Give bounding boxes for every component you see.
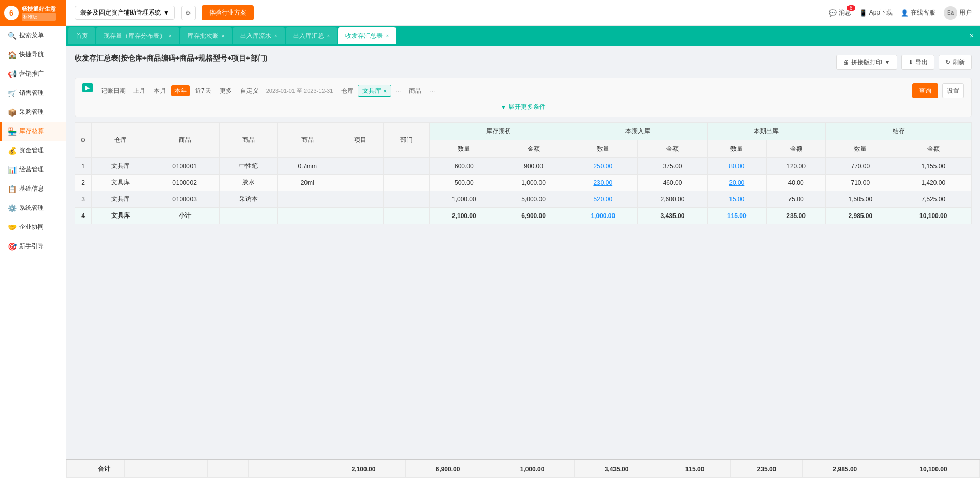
message-badge: 6 xyxy=(847,5,855,11)
footer-col5 xyxy=(249,460,285,478)
sidebar-item-sales[interactable]: 🛒 销售管理 xyxy=(0,83,66,103)
col-in-amt: 金额 xyxy=(638,140,707,158)
tab-flow-close[interactable]: × xyxy=(274,33,277,39)
sidebar-item-quick-nav[interactable]: 🏠 快捷导航 xyxy=(0,45,66,64)
sidebar-item-marketing[interactable]: 📢 营销推广 xyxy=(0,64,66,83)
custom-date-btn[interactable]: 自定义 xyxy=(237,85,262,96)
date-filter-section: 记账日期 上月 本月 本年 近7天 更多 自定义 2023-01-01 至 20… xyxy=(101,85,333,96)
tab-flow[interactable]: 出入库流水 × xyxy=(233,27,285,44)
footer-label: 合计 xyxy=(83,460,125,478)
tab-inventory-dist-close[interactable]: × xyxy=(169,33,172,39)
goods-more-btn[interactable]: ··· xyxy=(430,88,435,95)
top-header: 装备及固定资产辅助管理系统 ▼ ⚙ 体验行业方案 💬 消息 6 📱 App下载 … xyxy=(66,0,980,26)
more-date-btn[interactable]: 更多 xyxy=(216,85,235,96)
tab-batch-close[interactable]: × xyxy=(222,33,225,39)
purchase-icon: 📦 xyxy=(8,108,16,117)
message-icon: 💬 xyxy=(829,9,837,17)
col-name-header: 商品 xyxy=(220,123,278,158)
col-closing-qty: 数量 xyxy=(826,140,895,158)
sidebar-item-inventory[interactable]: 🏪 库存核算 xyxy=(0,122,66,141)
row1-closing-qty: 770.00 xyxy=(826,158,895,175)
filter-expand-button[interactable]: ▶ xyxy=(82,83,93,92)
refresh-button[interactable]: ↻ 刷新 xyxy=(939,55,972,70)
footer-col4 xyxy=(208,460,249,478)
sidebar-item-purchase[interactable]: 📦 采购管理 xyxy=(0,103,66,122)
tab-home[interactable]: 首页 xyxy=(68,27,95,44)
print-icon: 🖨 xyxy=(843,59,849,66)
expand-more-row: ▼ 展开更多条件 xyxy=(82,103,964,111)
tab-summary-label: 出入库汇总 xyxy=(293,32,324,40)
row2-out-qty[interactable]: 20.00 xyxy=(707,175,766,191)
app-label: App下载 xyxy=(869,8,893,17)
warehouse-tag-remove[interactable]: × xyxy=(383,88,387,95)
warehouse-more-btn[interactable]: ··· xyxy=(396,88,401,95)
subtotal-opening-qty: 2,100.00 xyxy=(429,208,499,224)
messages-button[interactable]: 💬 消息 6 xyxy=(829,8,851,17)
tab-recv-send-close[interactable]: × xyxy=(386,33,389,39)
subtotal-out-amt: 235.00 xyxy=(766,208,825,224)
row3-out-qty[interactable]: 15.00 xyxy=(707,191,766,208)
row1-in-qty[interactable]: 250.00 xyxy=(568,158,638,175)
row2-project xyxy=(337,175,383,191)
tab-home-label: 首页 xyxy=(76,32,88,40)
export-icon: ⬇ xyxy=(908,59,913,66)
subtotal-label: 小计 xyxy=(150,208,219,224)
tab-summary-close[interactable]: × xyxy=(327,33,330,39)
export-button[interactable]: ⬇ 导出 xyxy=(901,55,934,70)
subtotal-in-qty[interactable]: 1,000.00 xyxy=(568,208,638,224)
last-7-days-btn[interactable]: 近7天 xyxy=(192,85,214,96)
subtotal-out-qty[interactable]: 115.00 xyxy=(707,208,766,224)
filter-row: ▶ 记账日期 上月 本月 本年 近7天 更多 自定义 2023-0 xyxy=(82,83,964,98)
table-footer: 合计 2,100.00 6,900.00 1,000.00 3,435.00 1… xyxy=(66,459,980,478)
tab-inventory-dist[interactable]: 现存量（库存分布表） × xyxy=(96,27,179,44)
expand-down-icon: ▼ xyxy=(501,104,507,111)
row3-in-qty[interactable]: 520.00 xyxy=(568,191,638,208)
sidebar-item-basic[interactable]: 📋 基础信息 xyxy=(0,179,66,198)
home-icon: 🏠 xyxy=(8,51,16,59)
sidebar-item-guide[interactable]: 🎯 新手引导 xyxy=(0,237,66,256)
row1-project xyxy=(337,158,383,175)
warehouse-tag[interactable]: 文具库 × xyxy=(358,85,391,97)
sidebar-item-enterprise[interactable]: 🤝 企业协同 xyxy=(0,218,66,237)
close-all-tabs-button[interactable]: × xyxy=(966,32,978,40)
dropdown-arrow-icon: ▼ xyxy=(163,9,169,17)
tab-recv-send[interactable]: 收发存汇总表 × xyxy=(338,27,396,44)
col-settings-icon[interactable]: ⚙ xyxy=(80,137,86,144)
expand-more-conditions-btn[interactable]: ▼ 展开更多条件 xyxy=(501,103,546,111)
row1-spec: 0.7mm xyxy=(278,158,337,175)
print-dropdown-icon: ▼ xyxy=(884,59,890,66)
online-service-button[interactable]: 👤 在线客服 xyxy=(901,8,935,17)
print-button[interactable]: 🖨 拼接版打印 ▼ xyxy=(836,55,897,70)
subtotal-col4 xyxy=(278,208,337,224)
sidebar-item-finance[interactable]: 💰 资金管理 xyxy=(0,141,66,160)
row1-out-qty[interactable]: 80.00 xyxy=(707,158,766,175)
this-month-btn[interactable]: 本月 xyxy=(151,85,169,96)
this-year-btn[interactable]: 本年 xyxy=(171,85,190,96)
footer-opening-qty: 2,100.00 xyxy=(321,460,406,478)
settings-gear-button[interactable]: ⚙ xyxy=(181,6,196,20)
tab-batch[interactable]: 库存批次账 × xyxy=(180,27,232,44)
query-button[interactable]: 查询 xyxy=(912,83,938,98)
warehouse-tag-text: 文具库 xyxy=(362,86,381,95)
sidebar-item-system[interactable]: ⚙️ 系统管理 xyxy=(0,198,66,218)
goods-filter-section: 商品 ··· xyxy=(409,86,435,95)
app-download-button[interactable]: 📱 App下载 xyxy=(859,8,893,17)
row3-no: 3 xyxy=(75,191,92,208)
column-settings-button[interactable]: 设置 xyxy=(942,83,964,98)
sales-icon: 🛒 xyxy=(8,89,16,97)
finance-icon: 💰 xyxy=(8,147,16,155)
tab-summary[interactable]: 出入库汇总 × xyxy=(286,27,338,44)
row3-opening-amt: 5,000.00 xyxy=(499,191,568,208)
last-month-btn[interactable]: 上月 xyxy=(130,85,149,96)
sidebar-item-search[interactable]: 🔍 搜索菜单 xyxy=(0,26,66,45)
user-profile-button[interactable]: Ea 用户 xyxy=(944,6,972,20)
row2-in-qty[interactable]: 230.00 xyxy=(568,175,638,191)
footer-out-amt: 235.00 xyxy=(730,460,802,478)
trial-button[interactable]: 体验行业方案 xyxy=(202,5,254,20)
system-selector[interactable]: 装备及固定资产辅助管理系统 ▼ xyxy=(75,6,175,20)
sidebar-item-operations[interactable]: 📊 经营管理 xyxy=(0,160,66,179)
row2-out-amt: 40.00 xyxy=(766,175,825,191)
page-wrapper: 收发存汇总表(按仓库+商品编码+商品+规格型号+项目+部门) 🖨 拼接版打印 ▼… xyxy=(66,46,980,478)
logo-text: 畅捷通好生意 标准版 xyxy=(22,5,56,21)
row3-warehouse: 文具库 xyxy=(92,191,150,208)
